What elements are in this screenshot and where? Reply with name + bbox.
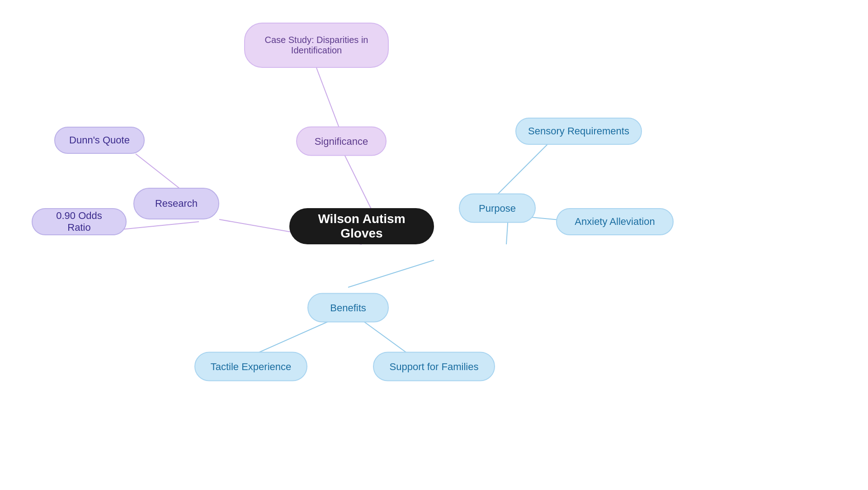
sensory-req-node[interactable]: Sensory Requirements (515, 118, 642, 145)
benefits-node[interactable]: Benefits (307, 293, 389, 323)
support-families-node[interactable]: Support for Families (373, 352, 495, 381)
anxiety-node[interactable]: Anxiety Alleviation (556, 208, 674, 235)
svg-line-6 (316, 68, 341, 133)
significance-node[interactable]: Significance (296, 127, 387, 156)
purpose-node[interactable]: Purpose (459, 194, 536, 223)
mind-map-container: Wilson Autism Gloves Research Dunn's Quo… (0, 0, 868, 490)
case-study-node[interactable]: Case Study: Disparities in Identificatio… (244, 23, 389, 68)
center-node: Wilson Autism Gloves (289, 208, 434, 244)
dunns-quote-node[interactable]: Dunn's Quote (54, 127, 145, 154)
odds-ratio-node[interactable]: 0.90 Odds Ratio (32, 208, 127, 235)
svg-line-3 (348, 260, 434, 287)
research-node[interactable]: Research (133, 188, 219, 219)
connections-svg (0, 0, 868, 490)
tactile-node[interactable]: Tactile Experience (194, 352, 307, 381)
